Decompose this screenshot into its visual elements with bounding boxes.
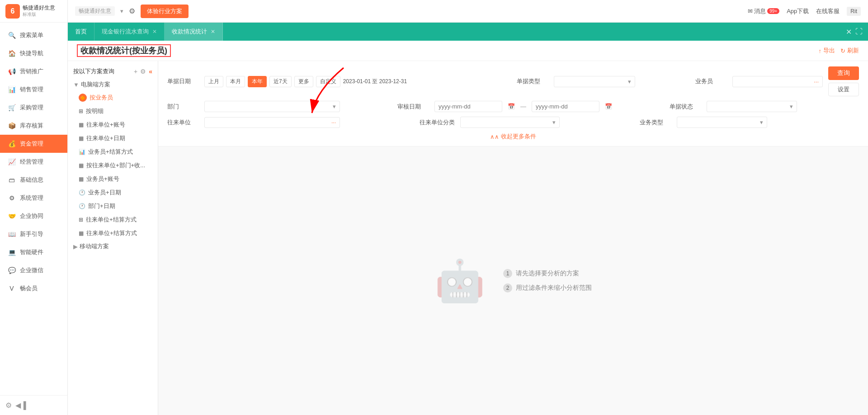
doc-status-select[interactable]: ▾	[707, 101, 797, 112]
date-btn-this-month[interactable]: 本月	[226, 76, 245, 87]
business-type-label: 业务类型	[640, 118, 671, 127]
calendar-from-icon[interactable]: 📅	[508, 103, 515, 110]
dept-select[interactable]: ▾	[204, 101, 340, 112]
refresh-button[interactable]: ↻ 刷新	[840, 47, 859, 55]
scheme-add-icon[interactable]: +	[134, 68, 137, 75]
salesperson-label: 业务员	[695, 77, 727, 85]
tab-collection-stats[interactable]: 收款情况统计 ✕	[165, 23, 223, 41]
sidebar-item-purchase[interactable]: 🛒 采购管理	[0, 99, 67, 117]
scheme-item-counterpart-date[interactable]: ▦ 往来单位+日期	[68, 132, 158, 145]
tab-home[interactable]: 首页	[68, 23, 94, 41]
sidebar-item-marketing[interactable]: 📢 营销推广	[0, 62, 67, 80]
collapse-conditions-button[interactable]: ∧∧ 收起更多条件	[167, 132, 859, 141]
scheme-header-label: 按以下方案查询	[73, 67, 114, 75]
app-download[interactable]: App下载	[787, 7, 809, 15]
logo-icon: 6	[5, 4, 20, 19]
scheme-category-mobile[interactable]: ▶ 移动端方案	[68, 240, 158, 253]
counterpart-select[interactable]: ···	[204, 117, 340, 128]
scheme-item-counterpart-settle-1[interactable]: ⊞ 往来单位+结算方式	[68, 213, 158, 226]
date-btn-last-month[interactable]: 上月	[204, 76, 223, 87]
scheme-item-dept-date[interactable]: 🕐 部门+日期	[68, 199, 158, 213]
purchase-icon: 🛒	[7, 103, 16, 112]
date-btn-this-year[interactable]: 本年	[248, 76, 267, 87]
query-button[interactable]: 查询	[828, 66, 859, 80]
page-actions: ↑ 导出 ↻ 刷新	[819, 47, 859, 55]
close-all-tabs-button[interactable]: ✕	[846, 28, 852, 36]
scheme-item-detail[interactable]: ⊞ 按明细	[68, 104, 158, 118]
member-icon: V	[7, 284, 16, 293]
trial-button[interactable]: 体验行业方案	[141, 5, 189, 18]
scheme-item-counterpart-account[interactable]: ▦ 往来单位+账号	[68, 118, 158, 132]
scheme-item-counterpart-dept[interactable]: ▦ 按往来单位+部门+收...	[68, 159, 158, 172]
table-icon-1: ▦	[79, 122, 84, 128]
empty-state-image: 🤖	[434, 257, 485, 305]
sidebar-item-search-menu[interactable]: 🔍 搜索菜单	[0, 26, 67, 44]
expand-button[interactable]: ⛶	[855, 28, 863, 36]
guide-icon: 📖	[7, 230, 16, 239]
message-badge: 99+	[767, 8, 779, 14]
sidebar-settings-icon[interactable]: ⚙	[5, 401, 12, 410]
scheme-item-salesperson-date[interactable]: 🕐 业务员+日期	[68, 186, 158, 199]
date-filter-label: 单据日期	[167, 77, 199, 85]
date-buttons: 上月 本月 本年 近7天 更多 自定义 2023-01-01 至 2023-12…	[204, 76, 407, 87]
sidebar-item-wechat[interactable]: 💬 企业微信	[0, 261, 67, 279]
table-icon-4: ▦	[79, 176, 84, 182]
scheme-item-counterpart-settle-2[interactable]: ▦ 往来单位+结算方式	[68, 226, 158, 240]
sidebar-item-cooperation[interactable]: 🤝 企业协同	[0, 207, 67, 225]
tab-collection-stats-close[interactable]: ✕	[211, 28, 215, 35]
topbar-chevron-icon[interactable]: ▾	[120, 8, 123, 14]
table-icon-2: ▦	[79, 135, 84, 141]
scheme-item-salesperson-account[interactable]: ▦ 业务员+账号	[68, 172, 158, 186]
sidebar-collapse-icon[interactable]: ◀▐	[15, 401, 26, 410]
main-area: 畅捷通好生意 ▾ ⚙ 体验行业方案 ✉ 消息 99+ App下载 在线客服 Ri…	[68, 0, 868, 415]
sidebar-item-hardware[interactable]: 💻 智能硬件	[0, 243, 67, 261]
scheme-settings-icon[interactable]: ⚙	[140, 68, 146, 75]
scheme-collapse-icon[interactable]: «	[149, 68, 152, 75]
calendar-to-icon[interactable]: 📅	[605, 103, 612, 110]
online-service[interactable]: 在线客服	[816, 7, 840, 15]
sidebar-item-basic[interactable]: 🗃 基础信息	[0, 171, 67, 189]
sidebar-item-member[interactable]: V 畅会员	[0, 279, 67, 297]
cooperation-icon: 🤝	[7, 212, 16, 221]
date-btn-custom[interactable]: 自定义	[316, 76, 340, 87]
date-btn-7days[interactable]: 近7天	[269, 76, 292, 87]
table-icon-3: ▦	[79, 162, 84, 169]
sidebar-item-system[interactable]: ⚙ 系统管理	[0, 189, 67, 207]
tab-bank-flow-close[interactable]: ✕	[152, 28, 157, 35]
scheme-item-salesperson-settle[interactable]: 📊 业务员+结算方式	[68, 145, 158, 159]
sidebar-item-inventory[interactable]: 📦 库存核算	[0, 117, 67, 135]
refresh-icon: ↻	[840, 47, 845, 54]
sidebar-item-finance[interactable]: 💰 资金管理	[0, 135, 67, 153]
message-icon: ✉	[748, 8, 753, 14]
salesperson-select[interactable]: ···	[732, 76, 823, 87]
message-area[interactable]: ✉ 消息 99+	[748, 7, 779, 15]
sidebar-item-quick-nav[interactable]: 🏠 快捷导航	[0, 44, 67, 62]
user-profile[interactable]: Rit	[847, 7, 861, 16]
date-btn-more[interactable]: 更多	[294, 76, 313, 87]
doc-type-select[interactable]: ▾	[554, 76, 635, 87]
sidebar-item-operation[interactable]: 📈 经营管理	[0, 153, 67, 171]
operation-icon: 📈	[7, 157, 16, 166]
sidebar-item-sales[interactable]: 📊 销售管理	[0, 80, 67, 99]
sidebar-nav: 🔍 搜索菜单 🏠 快捷导航 📢 营销推广 📊 销售管理 🛒 采购管理 📦 库存核…	[0, 23, 67, 395]
review-date-to[interactable]	[532, 101, 599, 112]
wechat-icon: 💬	[7, 266, 16, 275]
sidebar-item-guide[interactable]: 📖 新手引导	[0, 225, 67, 243]
setting-button[interactable]: 设置	[828, 83, 859, 96]
counterpart-category-select[interactable]: ▾	[460, 117, 560, 128]
review-date-from[interactable]	[434, 101, 502, 112]
dept-dropdown-icon: ▾	[333, 103, 336, 110]
counterpart-category-dropdown-icon: ▾	[552, 119, 556, 126]
topbar: 畅捷通好生意 ▾ ⚙ 体验行业方案 ✉ 消息 99+ App下载 在线客服 Ri…	[68, 0, 868, 23]
scheme-panel: 按以下方案查询 + ⚙ « ▼ 电脑端方案 🔶 按业务员	[68, 61, 158, 415]
inventory-icon: 📦	[7, 121, 16, 130]
scheme-item-by-salesperson[interactable]: 🔶 按业务员	[68, 91, 158, 104]
business-type-select[interactable]: ▾	[677, 117, 767, 128]
message-label: 消息	[754, 7, 766, 15]
hardware-icon: 💻	[7, 248, 16, 257]
topbar-gear-icon[interactable]: ⚙	[129, 7, 135, 15]
export-button[interactable]: ↑ 导出	[819, 47, 835, 55]
scheme-category-desktop[interactable]: ▼ 电脑端方案	[68, 78, 158, 91]
salesperson-more-icon: ···	[814, 78, 819, 85]
tab-bank-flow[interactable]: 现金银行流水查询 ✕	[94, 23, 165, 41]
